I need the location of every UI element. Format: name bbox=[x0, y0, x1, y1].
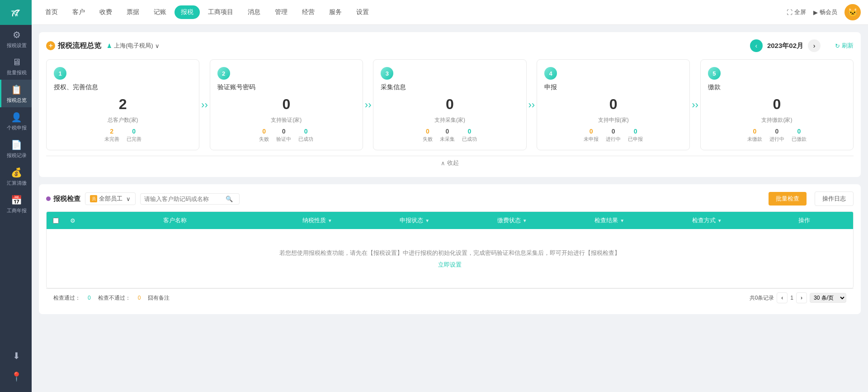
filter-icon-5[interactable]: ▼ bbox=[717, 218, 722, 223]
step-stat-5-2: 0 已缴款 bbox=[792, 128, 807, 143]
step-name-5: 缴款 bbox=[708, 83, 846, 91]
filter-icon-1[interactable]: ▼ bbox=[328, 218, 332, 223]
topnav-billing[interactable]: 收费 bbox=[93, 5, 118, 19]
flow-step-3: 3 采集信息 0 支持采集(家) 0 失败 0 未采集 bbox=[373, 59, 526, 150]
step-sub-3: 支持采集(家) bbox=[381, 116, 519, 124]
th-checkbox[interactable] bbox=[47, 213, 65, 228]
sidebar-item-batch-tax[interactable]: 🖥 批量报税 bbox=[0, 53, 32, 80]
step-stat-4-0: 0 未申报 bbox=[584, 128, 599, 143]
sidebar-logo[interactable] bbox=[0, 0, 32, 25]
topnav-accounting[interactable]: 记账 bbox=[147, 5, 173, 19]
plus-icon: ＋ bbox=[46, 41, 55, 50]
search-box: 🔍 bbox=[140, 193, 240, 205]
sidebar-item-annual-report[interactable]: 📅 工商年报 bbox=[0, 190, 32, 218]
page-size-select[interactable]: 30 条/页 50 条/页 100 条/页 bbox=[810, 293, 846, 303]
refresh-icon: ↻ bbox=[835, 43, 840, 49]
personal-tax-icon: 👤 bbox=[11, 112, 22, 123]
step-stat-3-0: 0 失败 bbox=[423, 128, 433, 143]
select-all-checkbox[interactable] bbox=[53, 218, 59, 224]
location-chevron-icon: ∨ bbox=[155, 43, 160, 49]
topnav-service[interactable]: 服务 bbox=[323, 5, 348, 19]
next-month-btn[interactable]: › bbox=[808, 39, 821, 52]
step-stat-2-1: 0 验证中 bbox=[276, 128, 291, 143]
topnav-tax[interactable]: 报税 bbox=[175, 5, 200, 19]
filter-icon-3[interactable]: ▼ bbox=[523, 218, 527, 223]
check-dot-icon bbox=[46, 196, 51, 201]
topnav-right: ⛶ 全屏 ▶ 畅会员 🐱 bbox=[787, 4, 861, 20]
fullscreen-btn[interactable]: ⛶ 全屏 bbox=[787, 8, 806, 16]
step-stat-1-1: 0 已完善 bbox=[127, 128, 142, 143]
flow-step-2: 2 验证账号密码 0 支持验证(家) 0 失败 0 验证中 bbox=[210, 59, 363, 150]
setup-link[interactable]: 立即设置 bbox=[438, 261, 462, 268]
step-stat-3-2: 0 已成功 bbox=[462, 128, 477, 143]
sidebar-item-tax-settings[interactable]: ⚙ 报税设置 bbox=[0, 25, 32, 53]
prev-month-btn[interactable]: ‹ bbox=[750, 39, 763, 52]
step-num-4: 4 bbox=[544, 67, 557, 80]
step-stats-1: 2 未完善 0 已完善 bbox=[54, 128, 192, 143]
settlement-icon: 💰 bbox=[11, 167, 22, 178]
flow-arrow-3: ›› bbox=[527, 59, 537, 150]
flow-step-1: 1 授权、完善信息 2 总客户数(家) 2 未完善 0 已完善 bbox=[46, 59, 199, 150]
sidebar-item-location[interactable]: 📍 bbox=[0, 367, 32, 387]
topnav-message[interactable]: 消息 bbox=[241, 5, 267, 19]
tax-overview-icon: 📋 bbox=[11, 84, 22, 95]
step-main-num-1: 2 bbox=[54, 96, 192, 113]
note-label: 囧有备注 bbox=[148, 294, 170, 302]
gear-icon: ⚙ bbox=[70, 217, 75, 224]
topnav-invoice[interactable]: 票据 bbox=[120, 5, 146, 19]
prev-page-btn[interactable]: ‹ bbox=[777, 292, 788, 303]
next-page-btn[interactable]: › bbox=[796, 292, 807, 303]
tax-check-table: ⚙ 客户名称 纳税性质 ▼ 申报状态 ▼ 缴费状态 ▼ bbox=[46, 211, 854, 288]
th-check-method: 检查方式 ▼ bbox=[658, 212, 756, 229]
topnav-business[interactable]: 工商项目 bbox=[202, 5, 240, 19]
tax-check-card: 报税检查 员 全部员工 ∨ 🔍 批量检查 操作日志 bbox=[39, 184, 861, 314]
step-stat-2-2: 0 已成功 bbox=[298, 128, 313, 143]
sidebar-item-personal-tax[interactable]: 👤 个税申报 bbox=[0, 107, 32, 135]
flow-header: ＋ 报税流程总览 ♟ 上海(电子税局) ∨ ‹ 2023年02月 › ↻ 刷新 bbox=[46, 39, 854, 52]
th-declare-status: 申报状态 ▼ bbox=[366, 212, 464, 229]
fail-count[interactable]: 0 bbox=[138, 295, 141, 301]
step-stats-2: 0 失败 0 验证中 0 已成功 bbox=[217, 128, 355, 143]
membership-btn[interactable]: ▶ 畅会员 bbox=[813, 8, 837, 16]
check-title: 报税检查 bbox=[46, 195, 80, 203]
topnav-home[interactable]: 首页 bbox=[39, 5, 64, 19]
topnav-management[interactable]: 管理 bbox=[269, 5, 294, 19]
tax-settings-icon: ⚙ bbox=[13, 29, 21, 40]
step-main-num-2: 0 bbox=[217, 96, 355, 113]
search-input[interactable] bbox=[144, 196, 226, 202]
tax-records-icon: 📄 bbox=[11, 139, 22, 150]
content: ＋ 报税流程总览 ♟ 上海(电子税局) ∨ ‹ 2023年02月 › ↻ 刷新 bbox=[32, 25, 868, 392]
filter-icon-2[interactable]: ▼ bbox=[425, 218, 429, 223]
sidebar-item-tax-overview[interactable]: 📋 报税总览 bbox=[0, 80, 32, 107]
location-tag[interactable]: ♟ 上海(电子税局) ∨ bbox=[107, 42, 160, 50]
search-icon[interactable]: 🔍 bbox=[226, 196, 233, 202]
staff-select[interactable]: 员 全部员工 ∨ bbox=[85, 192, 136, 205]
step-stats-4: 0 未申报 0 进行中 0 已申报 bbox=[544, 128, 682, 143]
batch-check-button[interactable]: 批量检查 bbox=[769, 192, 807, 206]
th-customer-name: 客户名称 bbox=[81, 212, 269, 229]
sidebar-item-tax-records[interactable]: 📄 报税记录 bbox=[0, 135, 32, 163]
step-num-3: 3 bbox=[381, 67, 393, 80]
pass-label: 检查通过： bbox=[53, 294, 80, 302]
step-stats-3: 0 失败 0 未采集 0 已成功 bbox=[381, 128, 519, 143]
topnav-operations[interactable]: 经营 bbox=[296, 5, 321, 19]
topnav-customer[interactable]: 客户 bbox=[66, 5, 91, 19]
step-name-3: 采集信息 bbox=[381, 83, 519, 91]
batch-tax-icon: 🖥 bbox=[12, 57, 21, 67]
flow-arrow-1: ›› bbox=[199, 59, 210, 150]
refresh-btn[interactable]: ↻ 刷新 bbox=[835, 42, 854, 50]
membership-icon: ▶ bbox=[813, 9, 818, 16]
topnav-settings[interactable]: 设置 bbox=[350, 5, 375, 19]
filter-icon-4[interactable]: ▼ bbox=[620, 218, 624, 223]
pass-count[interactable]: 0 bbox=[88, 295, 91, 301]
avatar[interactable]: 🐱 bbox=[844, 4, 861, 20]
th-tax-nature: 纳税性质 ▼ bbox=[269, 212, 366, 229]
oplog-button[interactable]: 操作日志 bbox=[815, 191, 854, 206]
step-stat-3-1: 0 未采集 bbox=[440, 128, 455, 143]
table-header: ⚙ 客户名称 纳税性质 ▼ 申报状态 ▼ 缴费状态 ▼ bbox=[47, 212, 853, 229]
collapse-bar[interactable]: ∧ 收起 bbox=[46, 156, 854, 170]
sidebar-item-settlement[interactable]: 💰 汇算清缴 bbox=[0, 163, 32, 190]
sidebar-item-download[interactable]: ⬇ bbox=[0, 346, 32, 367]
th-gear[interactable]: ⚙ bbox=[65, 213, 81, 229]
table-body: 若您想使用报税检查功能，请先在【报税设置】中进行报税的初始化设置，完成密码验证和… bbox=[47, 229, 853, 288]
